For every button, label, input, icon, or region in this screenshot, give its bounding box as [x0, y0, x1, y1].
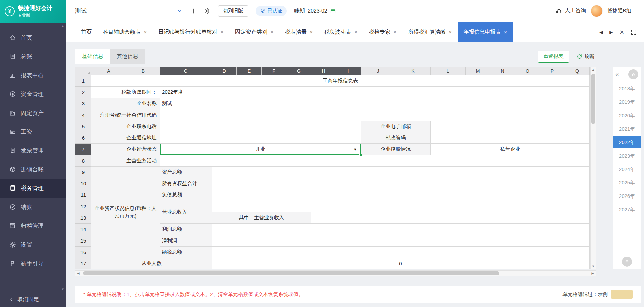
column-header[interactable]: N [490, 67, 515, 75]
email-label-cell[interactable]: 企业电子邮箱 [361, 121, 431, 132]
tab-close-icon[interactable]: × [449, 29, 452, 35]
row-header[interactable]: 11 [75, 189, 91, 201]
equity-total-label-cell[interactable]: 所有者权益合计 [160, 178, 212, 189]
sheet-title-cell[interactable]: 工商年报信息表 [91, 75, 590, 87]
company-value-cell[interactable]: 测试 [160, 98, 590, 109]
cell-dropdown-icon[interactable]: ▼ [353, 147, 357, 151]
business-scope-value-cell[interactable] [160, 155, 590, 167]
column-header[interactable]: Q [565, 67, 590, 75]
sidebar-item-archive[interactable]: 归档管理 [0, 216, 66, 235]
year-item-2020[interactable]: 2020年 [613, 109, 641, 122]
year-item-2027[interactable]: 2027年 [613, 203, 641, 216]
sidebar-item-inventory-ledger[interactable]: 进销台账 [0, 160, 66, 179]
column-header[interactable]: P [540, 67, 565, 75]
column-header-selected[interactable]: F [262, 67, 286, 75]
vertical-scrollbar[interactable]: ▲ ▼ [590, 67, 596, 269]
period-label-cell[interactable]: 税款所属期间： [91, 87, 160, 98]
sidebar-item-payroll[interactable]: 工资 [0, 122, 66, 141]
asset-info-group-label-cell[interactable]: 企业资产状况信息(币种：人民币万元) [91, 167, 160, 258]
sidebar-item-fixed-assets[interactable]: 固定资产 [0, 103, 66, 122]
row-header[interactable]: 17 [75, 258, 91, 269]
scroll-tabs-right-icon[interactable]: ▶ [609, 30, 613, 35]
row-header[interactable]: 8 [75, 155, 91, 167]
row-header[interactable]: 12 [75, 201, 91, 212]
address-value-cell[interactable] [160, 132, 361, 144]
tax-total-value-cell[interactable] [212, 247, 590, 258]
reset-report-button[interactable]: 重置报表 [538, 51, 569, 63]
phone-value-cell[interactable] [160, 121, 361, 132]
sidebar-item-guide[interactable]: 新手引导 [0, 254, 66, 273]
switch-old-version-button[interactable]: 切到旧版 [218, 5, 248, 17]
column-header[interactable]: J [361, 67, 395, 75]
revenue-total-value-cell[interactable] [212, 201, 590, 212]
column-header[interactable]: L [431, 67, 466, 75]
asset-total-value-cell[interactable] [212, 167, 590, 178]
column-header-selected[interactable]: C [160, 67, 212, 75]
company-label-cell[interactable]: 企业名称 [91, 98, 160, 109]
row-header[interactable]: 13 [75, 212, 91, 224]
profit-total-label-cell[interactable]: 利润总额 [160, 224, 212, 235]
row-header[interactable]: 15 [75, 235, 91, 247]
sidebar-scroll-down-icon[interactable]: ▾ [0, 286, 66, 292]
row-header[interactable]: 16 [75, 247, 91, 258]
horizontal-scrollbar-thumb[interactable] [83, 271, 499, 275]
empty-cell[interactable] [212, 87, 590, 98]
column-header[interactable]: B [126, 67, 160, 75]
tab-subject-aux-balance[interactable]: 科目辅助余额表 × [97, 22, 153, 42]
liability-total-value-cell[interactable] [212, 189, 590, 201]
asset-total-label-cell[interactable]: 资产总额 [160, 167, 212, 178]
consult-button[interactable]: 人工咨询 [556, 7, 586, 14]
year-item-2019[interactable]: 2019年 [613, 95, 641, 109]
year-item-2023[interactable]: 2023年 [613, 149, 641, 163]
row-header[interactable]: 1 [75, 75, 91, 87]
row-header[interactable]: 3 [75, 98, 91, 109]
column-header-selected[interactable]: G [286, 67, 311, 75]
net-profit-label-cell[interactable]: 净利润 [160, 235, 212, 247]
tab-journal-bank-check[interactable]: 日记账与银行对账单核对 × [153, 22, 229, 42]
sidebar-item-funds[interactable]: 资金管理 [0, 85, 66, 103]
sidebar-item-report-center[interactable]: 报表中心 [0, 66, 66, 85]
company-selector[interactable]: 测试 [75, 7, 182, 15]
tab-close-icon[interactable]: × [270, 29, 274, 35]
row-header[interactable]: 9 [75, 167, 91, 178]
tab-close-icon[interactable]: × [504, 29, 507, 35]
select-all-corner[interactable] [75, 67, 91, 75]
tab-home[interactable]: 首页 [75, 22, 97, 42]
tab-close-icon[interactable]: × [144, 29, 147, 35]
tab-tax-burden-fluctuation[interactable]: 税负波动表 × [319, 22, 363, 42]
horizontal-scrollbar-track[interactable] [82, 271, 590, 276]
reg-code-value-cell[interactable] [160, 109, 590, 121]
row-header[interactable]: 5 [75, 121, 91, 132]
year-item-2021[interactable]: 2021年 [613, 122, 641, 136]
main-revenue-value-cell[interactable] [311, 212, 590, 224]
postcode-label-cell[interactable]: 邮政编码 [361, 132, 431, 144]
tab-fixed-asset-category[interactable]: 固定资产类别 × [229, 22, 279, 42]
scroll-left-icon[interactable]: ◀ [75, 272, 82, 275]
liability-total-label-cell[interactable]: 负债总额 [160, 189, 212, 201]
status-label-cell[interactable]: 企业经营状态 [91, 144, 160, 155]
tab-close-icon[interactable]: × [220, 29, 224, 35]
fill-handle[interactable] [359, 154, 362, 156]
year-item-2025[interactable]: 2025年 [613, 176, 641, 189]
tab-close-icon[interactable]: × [393, 29, 397, 35]
sidebar-scroll-up-icon[interactable]: ▴ [0, 23, 66, 28]
tab-close-icon[interactable]: × [310, 29, 313, 35]
column-header[interactable]: K [395, 67, 431, 75]
calendar-icon[interactable] [330, 8, 336, 14]
column-header[interactable]: M [466, 67, 490, 75]
sidebar-item-settings[interactable]: 设置 [0, 235, 66, 254]
scroll-right-icon[interactable]: ▶ [590, 272, 596, 275]
fullscreen-icon[interactable] [631, 29, 637, 35]
revenue-total-label-cell[interactable]: 营业总收入 [160, 201, 212, 224]
tab-annual-report[interactable]: 年报信息申报表 × [458, 22, 513, 42]
row-header[interactable]: 2 [75, 87, 91, 98]
refresh-button[interactable]: 刷新 [577, 53, 595, 60]
column-header-selected[interactable]: D [212, 67, 237, 75]
add-icon[interactable] [190, 8, 197, 14]
reg-code-label-cell[interactable]: 注册号/统一社会信用代码 [91, 109, 160, 121]
tab-tax-expert[interactable]: 税检专家 × [363, 22, 402, 42]
subtab-basic-info[interactable]: 基础信息 [75, 49, 110, 64]
employees-label-cell[interactable]: 从业人数 [91, 258, 212, 269]
year-item-2022-active[interactable]: 2022年 [613, 136, 641, 148]
net-profit-value-cell[interactable] [212, 235, 590, 247]
